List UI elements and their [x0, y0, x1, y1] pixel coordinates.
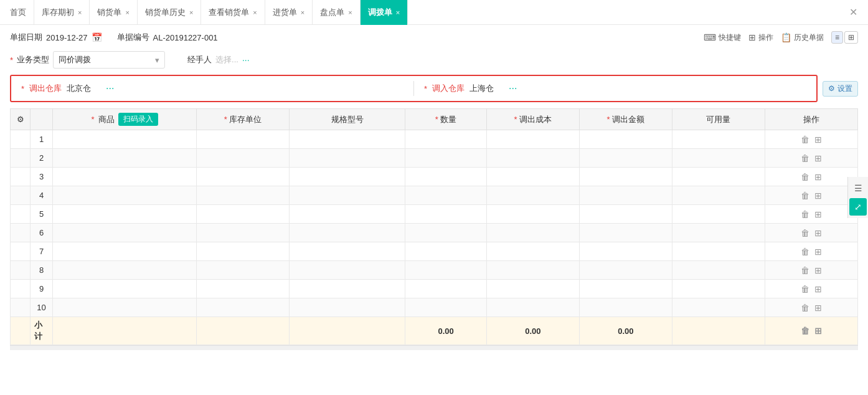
row-delete-icon-2[interactable]: 🗑 [801, 153, 809, 163]
row-unit-3[interactable] [197, 168, 290, 186]
manager-more-icon[interactable]: ··· [242, 55, 250, 65]
row-amount-9[interactable] [579, 280, 672, 298]
row-cost-3[interactable] [486, 168, 579, 186]
tab-close-icon[interactable]: × [125, 9, 129, 16]
subtotal-copy-icon[interactable]: ⊞ [814, 326, 822, 336]
row-qty-1[interactable] [405, 130, 486, 149]
row-cost-2[interactable] [486, 149, 579, 168]
row-delete-icon-7[interactable]: 🗑 [801, 247, 809, 257]
tab-close-icon[interactable]: × [301, 9, 304, 16]
row-spec-4[interactable] [290, 186, 405, 205]
window-close-button[interactable]: ✕ [843, 2, 863, 22]
row-delete-icon-3[interactable]: 🗑 [801, 172, 809, 182]
row-product-9[interactable] [53, 280, 197, 298]
row-qty-6[interactable] [405, 224, 486, 242]
row-qty-4[interactable] [405, 186, 486, 205]
tab-sales-order[interactable]: 销货单 × [90, 0, 137, 25]
tab-close-icon[interactable]: × [348, 9, 352, 16]
row-spec-5[interactable] [290, 205, 405, 224]
out-warehouse-more-icon[interactable]: ··· [106, 83, 114, 94]
row-product-8[interactable] [53, 261, 197, 280]
tab-sales-history[interactable]: 销货单历史 × [138, 0, 201, 25]
rt-list-button[interactable]: ☰ [849, 179, 867, 197]
row-unit-1[interactable] [197, 130, 290, 149]
row-delete-icon-4[interactable]: 🗑 [801, 191, 809, 201]
row-product-7[interactable] [53, 242, 197, 261]
row-spec-9[interactable] [290, 280, 405, 298]
row-cost-1[interactable] [486, 130, 579, 149]
row-cost-10[interactable] [486, 298, 579, 317]
row-spec-7[interactable] [290, 242, 405, 261]
tab-close-icon[interactable]: × [253, 9, 257, 16]
row-copy-icon-1[interactable]: ⊞ [814, 135, 822, 145]
row-qty-2[interactable] [405, 149, 486, 168]
row-delete-icon-6[interactable]: 🗑 [801, 228, 809, 238]
row-product-10[interactable] [53, 298, 197, 317]
calendar-icon[interactable]: 📅 [92, 32, 102, 42]
tab-inventory-init[interactable]: 库存期初 × [34, 0, 90, 25]
row-delete-icon-1[interactable]: 🗑 [801, 135, 809, 145]
business-type-dropdown[interactable]: 同价调拨 ▾ [53, 51, 165, 69]
row-copy-icon-3[interactable]: ⊞ [814, 172, 822, 182]
row-unit-5[interactable] [197, 205, 290, 224]
row-copy-icon-4[interactable]: ⊞ [814, 191, 822, 201]
row-amount-5[interactable] [579, 205, 672, 224]
row-qty-9[interactable] [405, 280, 486, 298]
history-button[interactable]: 📋 历史单据 [781, 32, 824, 43]
subtotal-delete-icon[interactable]: 🗑 [801, 326, 809, 336]
row-copy-icon-6[interactable]: ⊞ [814, 228, 822, 238]
operations-button[interactable]: ⊞ 操作 [748, 32, 773, 43]
row-spec-2[interactable] [290, 149, 405, 168]
settings-button[interactable]: ⚙ 设置 [823, 81, 858, 97]
row-spec-1[interactable] [290, 130, 405, 149]
row-copy-icon-9[interactable]: ⊞ [814, 284, 822, 294]
row-delete-icon-8[interactable]: 🗑 [801, 265, 809, 275]
tab-home[interactable]: 首页 [5, 0, 34, 25]
rt-expand-button[interactable]: ⤢ [849, 198, 867, 216]
table-container[interactable]: ⚙ * 商品 扫码录入 * 库存单位 [10, 108, 858, 345]
tab-purchase[interactable]: 进货单 × [265, 0, 313, 25]
row-unit-9[interactable] [197, 280, 290, 298]
row-spec-3[interactable] [290, 168, 405, 186]
row-amount-6[interactable] [579, 224, 672, 242]
row-copy-icon-10[interactable]: ⊞ [814, 303, 822, 313]
row-qty-7[interactable] [405, 242, 486, 261]
row-unit-10[interactable] [197, 298, 290, 317]
row-product-1[interactable] [53, 130, 197, 149]
tab-close-icon[interactable]: × [78, 9, 82, 16]
row-spec-10[interactable] [290, 298, 405, 317]
layout-list-button[interactable]: ≡ [831, 31, 843, 44]
row-amount-7[interactable] [579, 242, 672, 261]
layout-grid-button[interactable]: ⊞ [844, 31, 858, 44]
row-amount-8[interactable] [579, 261, 672, 280]
row-amount-4[interactable] [579, 186, 672, 205]
col-header-settings[interactable]: ⚙ [11, 109, 31, 130]
manager-placeholder[interactable]: 选择... [215, 54, 238, 65]
row-unit-2[interactable] [197, 149, 290, 168]
row-amount-3[interactable] [579, 168, 672, 186]
row-delete-icon-9[interactable]: 🗑 [801, 284, 809, 294]
tab-stocktaking[interactable]: 盘点单 × [313, 0, 360, 25]
row-amount-10[interactable] [579, 298, 672, 317]
row-spec-6[interactable] [290, 224, 405, 242]
row-spec-8[interactable] [290, 261, 405, 280]
row-cost-4[interactable] [486, 186, 579, 205]
row-delete-icon-5[interactable]: 🗑 [801, 209, 809, 219]
tab-transfer[interactable]: 调拨单 × [361, 0, 408, 25]
row-cost-5[interactable] [486, 205, 579, 224]
row-copy-icon-5[interactable]: ⊞ [814, 209, 822, 219]
row-amount-2[interactable] [579, 149, 672, 168]
row-cost-9[interactable] [486, 280, 579, 298]
row-product-6[interactable] [53, 224, 197, 242]
row-qty-8[interactable] [405, 261, 486, 280]
row-delete-icon-10[interactable]: 🗑 [801, 303, 809, 313]
scan-button[interactable]: 扫码录入 [118, 113, 158, 126]
row-product-2[interactable] [53, 149, 197, 168]
row-qty-3[interactable] [405, 168, 486, 186]
tab-close-icon[interactable]: × [189, 9, 193, 16]
tab-view-sales[interactable]: 查看销货单 × [201, 0, 265, 25]
row-copy-icon-2[interactable]: ⊞ [814, 153, 822, 163]
row-amount-1[interactable] [579, 130, 672, 149]
in-warehouse-more-icon[interactable]: ··· [509, 83, 517, 94]
row-product-3[interactable] [53, 168, 197, 186]
